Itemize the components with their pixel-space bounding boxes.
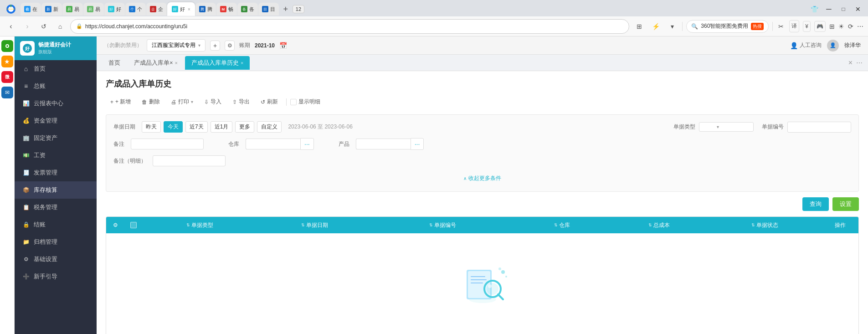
doc-type-select[interactable]: ▾ — [699, 122, 754, 132]
detail-note-input[interactable] — [153, 155, 226, 166]
yesterday-btn[interactable]: 昨天 — [142, 121, 161, 133]
nav-item-reports[interactable]: 📊 云报表中心 — [15, 95, 97, 112]
th-doc-date[interactable]: ⇅ 单据日期 — [257, 217, 372, 233]
home-btn[interactable]: ⌂ — [54, 20, 67, 33]
tab-5[interactable]: 好 好 — [104, 3, 125, 15]
tab-history[interactable]: 产成品入库单历史 × — [185, 56, 250, 70]
show-detail-checkbox[interactable]: 显示明细 — [290, 98, 320, 106]
th-checkbox-box[interactable] — [130, 222, 137, 228]
th-doc-no[interactable]: ⇅ 单据编号 — [372, 217, 514, 233]
product-dots-btn[interactable]: ··· — [411, 138, 424, 150]
tab-11[interactable]: 各 各 — [237, 3, 258, 15]
search-box[interactable]: 🔍 360智能抠图免费用 热搜 — [686, 20, 769, 33]
tab-4[interactable]: 易 易 — [83, 3, 104, 15]
th-checkbox[interactable] — [124, 217, 143, 233]
warehouse-dots-btn[interactable]: ··· — [300, 138, 314, 150]
nav-item-ledger[interactable]: ≡ 总账 — [15, 77, 97, 95]
app-weibo-icon[interactable]: 微 — [1, 71, 13, 83]
forward-btn[interactable]: › — [21, 20, 34, 33]
th-warehouse[interactable]: ⇅ 仓库 — [514, 217, 610, 233]
note-input[interactable] — [131, 139, 204, 149]
night-btn[interactable]: ☀ — [838, 23, 844, 30]
th-doc-type[interactable]: ⇅ 单据类型 — [143, 217, 257, 233]
tab-home[interactable]: 首页 — [102, 56, 127, 70]
tab-history-close[interactable]: × — [241, 60, 243, 66]
tab-12[interactable]: 目 目 — [258, 3, 279, 15]
nav-item-settings[interactable]: ⚙ 基础设置 — [15, 251, 97, 268]
customer-service-btn[interactable]: 👤 人工咨询 — [790, 41, 822, 49]
tab-10[interactable]: M 畅 — [216, 3, 237, 15]
url-bar[interactable]: 🔒 https://cloud.chanjet.com/accounting/u… — [70, 19, 629, 34]
tab-9[interactable]: 腾 腾 — [195, 3, 216, 15]
url-text[interactable]: https://cloud.chanjet.com/accounting/uru… — [85, 23, 623, 30]
tab-list-close[interactable]: × — [175, 60, 178, 66]
tab-6[interactable]: 个 个 — [125, 3, 146, 15]
add-company-btn[interactable]: + — [210, 41, 220, 51]
export-btn[interactable]: ⇧ 导出 — [228, 96, 254, 108]
company-settings-btn[interactable]: ⚙ — [225, 41, 235, 51]
refresh-data-btn[interactable]: ↺ 刷新 — [256, 96, 282, 108]
collapse-btn[interactable]: ∧ 收起更多条件 — [461, 172, 504, 185]
browser-logo[interactable] — [4, 2, 18, 16]
shirt-icon[interactable]: 👕 — [808, 3, 821, 15]
add-btn[interactable]: + + 新增 — [106, 96, 135, 108]
print-btn[interactable]: 🖨 打印 ▾ — [166, 96, 198, 108]
currency-btn[interactable]: ¥ — [803, 21, 811, 32]
nav-item-home[interactable]: ⌂ 首页 — [15, 60, 97, 77]
nav-item-funds[interactable]: 💰 资金管理 — [15, 112, 97, 129]
tab-list[interactable]: 产成品入库单× × — [128, 56, 184, 70]
doc-no-input[interactable] — [787, 122, 851, 133]
last7-btn[interactable]: 近7天 — [185, 121, 208, 133]
lightning-btn[interactable]: ⚡ — [649, 20, 662, 33]
last-month-btn[interactable]: 近1月 — [211, 121, 233, 133]
nav-item-archive[interactable]: 📁 归档管理 — [15, 233, 97, 251]
grid-btn[interactable]: ⊞ — [829, 23, 835, 30]
panel-close-btn[interactable]: × — [848, 59, 853, 67]
tab-2[interactable]: 新 新 — [41, 3, 62, 15]
app-mail-icon[interactable]: ✉ — [1, 87, 13, 98]
refresh-btn[interactable]: ↺ — [37, 20, 50, 33]
query-btn[interactable]: 查询 — [802, 197, 829, 211]
delete-btn[interactable]: 🗑 删除 — [137, 96, 164, 108]
th-total-cost[interactable]: ⇅ 总成本 — [611, 217, 707, 233]
tab-1[interactable]: 在 在 — [21, 3, 41, 15]
app-favorite-icon[interactable]: ★ — [1, 56, 13, 67]
app-360-icon[interactable] — [1, 40, 13, 52]
new-tab-btn[interactable]: + — [279, 3, 292, 15]
more-date-btn[interactable]: 更多 — [235, 121, 254, 133]
product-input[interactable] — [356, 139, 411, 149]
dropdown-btn[interactable]: ▾ — [666, 20, 678, 33]
warehouse-input[interactable] — [246, 139, 300, 149]
today-btn[interactable]: 今天 — [164, 121, 183, 133]
close-btn[interactable]: ✕ — [852, 3, 864, 15]
tab-8-close[interactable]: × — [188, 7, 190, 12]
back-btn[interactable]: ‹ — [5, 20, 17, 33]
nav-item-new-entry[interactable]: ➕ 新手引导 — [15, 268, 97, 285]
tab-8-active[interactable]: 好 好 × — [167, 2, 195, 16]
th-doc-status[interactable]: ⇅ 单据状态 — [707, 217, 822, 233]
nav-item-payroll[interactable]: 💵 工资 — [15, 147, 97, 164]
custom-date-btn[interactable]: 自定义 — [257, 121, 282, 133]
import-btn[interactable]: ⇩ 导入 — [200, 96, 226, 108]
filter-settings-btn[interactable]: 设置 — [832, 197, 859, 211]
nav-item-invoice[interactable]: 🧾 发票管理 — [15, 164, 97, 181]
maximize-btn[interactable]: □ — [837, 3, 850, 15]
tab-3[interactable]: 易 易 — [62, 3, 83, 15]
nav-item-inventory[interactable]: 📦 库存核算 — [15, 181, 97, 199]
settings-btn-browser[interactable]: ⋯ — [857, 23, 863, 30]
minimize-btn[interactable]: ─ — [822, 3, 835, 15]
sync-btn[interactable]: ⟳ — [848, 23, 853, 30]
calendar-icon[interactable]: 📅 — [279, 42, 287, 49]
extensions-btn[interactable]: ⊞ — [633, 20, 646, 33]
user-avatar[interactable]: 👤 — [827, 40, 839, 51]
translate-btn[interactable]: 译 — [789, 20, 799, 32]
checkbox-show-detail[interactable] — [290, 99, 297, 105]
nav-item-tax[interactable]: 📋 税务管理 — [15, 199, 97, 216]
panel-more-btn[interactable]: ⋯ — [856, 59, 863, 67]
nav-item-fixed-assets[interactable]: 🏢 固定资产 — [15, 129, 97, 147]
company-selector[interactable]: 江西服宝测试专用 ▾ — [147, 39, 205, 51]
nav-item-settlement[interactable]: 🔒 结账 — [15, 216, 97, 233]
game-btn[interactable]: 🎮 — [814, 21, 826, 32]
th-gear[interactable]: ⚙ — [106, 217, 124, 233]
tab-7[interactable]: 企 企 — [146, 3, 167, 15]
